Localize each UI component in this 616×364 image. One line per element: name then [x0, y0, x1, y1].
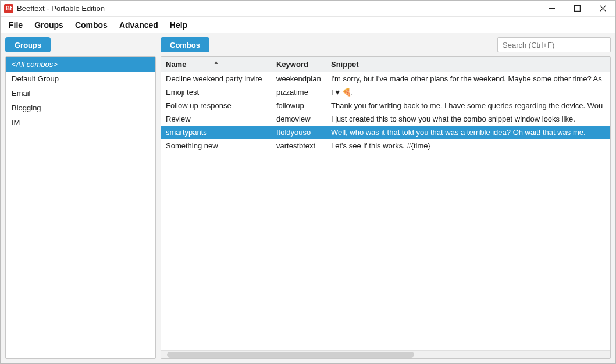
group-item-blogging[interactable]: Blogging — [6, 101, 155, 115]
cell-name: Decline weekend party invite — [161, 74, 275, 83]
table-header: Name ▴ Keyword Snippet — [161, 57, 610, 72]
svg-rect-1 — [574, 6, 580, 12]
horizontal-scrollbar[interactable] — [161, 350, 610, 358]
table-row[interactable]: Decline weekend party invite weekendplan… — [161, 72, 610, 85]
cell-keyword: followup — [275, 101, 329, 110]
cell-name: smartypants — [161, 128, 275, 137]
close-button[interactable] — [590, 1, 615, 17]
cell-name: Review — [161, 115, 275, 123]
menu-combos[interactable]: Combos — [69, 18, 113, 32]
group-item-email[interactable]: Email — [6, 86, 155, 101]
content: Groups <All combos> Default Group Email … — [1, 33, 615, 363]
group-item-all-combos[interactable]: <All combos> — [6, 57, 155, 72]
minimize-button[interactable] — [539, 1, 564, 17]
group-item-default[interactable]: Default Group — [6, 72, 155, 86]
app-icon: Bt — [4, 4, 13, 13]
cell-keyword: pizzatime — [275, 88, 329, 97]
table-body: Decline weekend party invite weekendplan… — [161, 72, 610, 350]
cell-keyword: vartestbtext — [275, 141, 329, 150]
table-row[interactable]: Emoji test pizzatime I ♥ 🍕. — [161, 85, 610, 99]
cell-name: Follow up response — [161, 101, 275, 110]
column-name-label: Name — [166, 60, 186, 69]
maximize-button[interactable] — [564, 1, 590, 17]
combos-table: Name ▴ Keyword Snippet Decline weekend p… — [161, 56, 611, 359]
menu-groups[interactable]: Groups — [29, 18, 69, 32]
cell-snippet: I'm sorry, but I've made other plans for… — [329, 74, 610, 83]
cell-keyword: weekendplan — [275, 74, 329, 83]
snippet-text-prefix: I ♥ — [331, 88, 342, 97]
column-snippet[interactable]: Snippet — [329, 60, 610, 69]
column-name[interactable]: Name ▴ — [161, 60, 275, 69]
table-row[interactable]: Something new vartestbtext Let's see if … — [161, 139, 610, 152]
titlebar: Bt Beeftext - Portable Edition — [1, 1, 615, 17]
combos-button[interactable]: Combos — [161, 37, 209, 52]
cell-name: Something new — [161, 141, 275, 150]
snippet-text-suffix: . — [351, 88, 354, 97]
window-title: Beeftext - Portable Edition — [17, 4, 105, 13]
menu-help[interactable]: Help — [164, 18, 193, 32]
scrollbar-thumb[interactable] — [167, 352, 414, 358]
table-row[interactable]: Review demoview I just created this to s… — [161, 112, 610, 126]
menu-advanced[interactable]: Advanced — [113, 18, 164, 32]
table-row[interactable]: Follow up response followup Thank you fo… — [161, 99, 610, 112]
groups-header: Groups — [5, 33, 156, 56]
sort-asc-icon: ▴ — [215, 59, 218, 65]
menu-file[interactable]: File — [3, 18, 29, 32]
combos-header: Combos — [161, 33, 611, 56]
column-keyword[interactable]: Keyword — [275, 60, 329, 69]
table-row[interactable]: smartypants Itoldyouso Well, who was it … — [161, 126, 610, 139]
cell-keyword: demoview — [275, 115, 329, 123]
cell-snippet: Thank you for writing back to me. I have… — [329, 101, 610, 110]
menubar: File Groups Combos Advanced Help — [1, 17, 615, 33]
combos-pane: Combos Name ▴ Keyword Snippet Decline we… — [161, 33, 611, 359]
cell-snippet: Well, who was it that told you that was … — [329, 128, 610, 137]
groups-button[interactable]: Groups — [5, 37, 51, 52]
search-input[interactable] — [497, 37, 611, 52]
cell-keyword: Itoldyouso — [275, 128, 329, 137]
group-item-im[interactable]: IM — [6, 115, 155, 130]
cell-name: Emoji test — [161, 88, 275, 97]
groups-pane: Groups <All combos> Default Group Email … — [5, 33, 156, 359]
cell-snippet: Let's see if this works. #{time} — [329, 141, 610, 150]
groups-list: <All combos> Default Group Email Bloggin… — [5, 56, 156, 359]
cell-snippet: I ♥ 🍕. — [329, 88, 610, 97]
pizza-icon: 🍕 — [342, 88, 351, 97]
cell-snippet: I just created this to show you what the… — [329, 115, 610, 123]
